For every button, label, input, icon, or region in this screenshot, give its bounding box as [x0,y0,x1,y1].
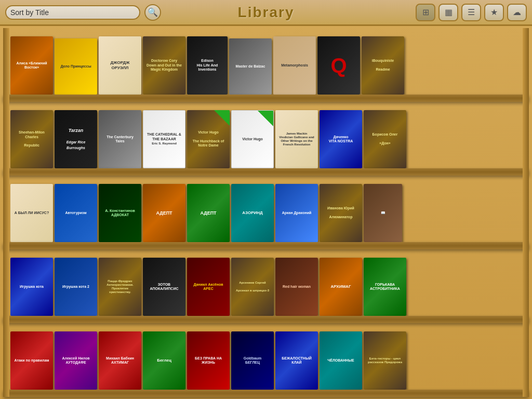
list-item[interactable]: Игрушка кота 2 [55,258,97,316]
shelf-right-wall-1 [523,28,529,102]
list-item[interactable]: Дело Принцессы [55,38,97,95]
shelf-left-wall-3 [3,176,9,249]
books-row-5: Атаки по правилам Алексей НиловАУТОДАФЕ … [3,323,529,390]
header: 🔍 Library ⊞ ▦ ☰ ★ ☁ [0,0,532,26]
list-item[interactable]: Автотуризм [55,184,97,242]
books-row-2: Sheehan-Milon CharlesRepublic TarzanEdga… [3,102,529,168]
list-item[interactable]: Алексей НиловАУТОДАФЕ [55,331,97,390]
list-item[interactable]: АДЕПТ [143,184,185,242]
search-button[interactable]: 🔍 [144,4,161,21]
list-item[interactable]: Red hair woman [275,258,318,316]
list-item[interactable]: БЕЖАЛОСТНЫЙ КЛАЙ [275,331,318,390]
list-item[interactable]: БЕЗ ПРАВА НА ЖИЗНЬ [187,331,230,390]
list-item[interactable]: Master de Balzac [229,38,272,95]
list-item[interactable]: Sheehan-Milon CharlesRepublic [10,110,53,168]
books-row-4: Игрушка кота Игрушка кота 2 Пацце-Фридри… [3,249,529,316]
list-item[interactable]: АДЕПТ [187,184,230,242]
list-item[interactable]: Аркан Драконий [275,184,318,242]
list-item[interactable]: TarzanEdgar Rice Burroughs [55,110,97,168]
list-view-button[interactable]: ☰ [461,4,481,21]
column-view-button[interactable]: ▦ [438,4,458,21]
shelf-2: Sheehan-Milon CharlesRepublic TarzanEdga… [3,102,529,176]
list-item[interactable]: Арсениев СергейАрсенал в шприцах-3 [231,258,274,316]
list-item[interactable]: Михаил БабкинАХТИМАГ [99,331,141,390]
list-item[interactable]: АЗОРИНД [231,184,274,242]
shelf-left-wall-5 [3,323,9,397]
search-icon: 🔍 [148,7,158,17]
list-item[interactable]: ГОРЬКАВААСТРОБИТНИКА [364,258,406,316]
list-item[interactable]: EdisonHis Life And Inventions [187,36,228,95]
list-item[interactable]: Q [317,36,360,95]
favorites-button[interactable]: ★ [484,4,504,21]
shelf-left-wall-4 [3,249,9,323]
shelf-right-wall-3 [523,176,529,249]
shelf-right-wall-2 [523,102,529,176]
shelf-1: Алиса «Ближний Восток» Дело Принцессы ДЖ… [3,28,529,102]
list-item[interactable]: iBouquinisteReadme [362,36,404,95]
list-item[interactable]: ЗОТОВАПОКАЛИПСИС [143,258,185,316]
list-item[interactable]: James MackinVindician Gallicano and Othe… [275,110,318,168]
bookshelf: Алиса «Ближний Восток» Дело Принцессы ДЖ… [0,26,532,399]
toolbar-right: ⊞ ▦ ☰ ★ ☁ [416,4,527,21]
list-item[interactable]: ЧЁЛОВАННЫЕ [320,331,362,390]
cloud-button[interactable]: ☁ [507,4,527,21]
list-item[interactable]: GoldbaumБЕГЛЕЦ [231,331,274,390]
list-item[interactable]: Беглец [143,331,185,390]
list-item[interactable]: THE CATHEDRAL & THE BAZAAREric S. Raymon… [143,110,185,168]
shelf-right-wall-5 [523,323,529,397]
sort-input-container [5,5,140,20]
sort-input[interactable] [10,8,114,17]
list-item[interactable]: А БЫЛ ЛИ ИИСУС? [10,184,53,242]
grid-view-button[interactable]: ⊞ [416,4,435,21]
list-item[interactable]: Игрушка кота [10,258,53,316]
page-title: Library [238,4,295,21]
shelf-3: А БЫЛ ЛИ ИИСУС? Автотуризм А. Константин… [3,176,529,249]
list-item[interactable]: Атаки по правилам [10,331,53,390]
books-row-1: Алиса «Ближний Восток» Дело Принцессы ДЖ… [3,28,529,95]
list-item[interactable]: Victor Hugo [231,110,274,168]
list-item[interactable]: Даниил АксёновАРЕС [187,258,230,316]
list-item[interactable]: Пацце-ФридрихАнтихристианам. Проклятие х… [99,258,141,316]
shelf-left-wall-2 [3,102,9,176]
shelf-left-wall-1 [3,28,9,102]
list-item[interactable]: Иванова ЮрийАлюминатор [320,184,362,242]
list-item[interactable]: А. КонстантиновАДВОКАТ [99,184,141,242]
list-item[interactable]: Metamorphosis [273,36,316,95]
shelf-5: Атаки по правилам Алексей НиловАУТОДАФЕ … [3,323,529,397]
list-item[interactable]: АРХИМАГ [320,258,362,316]
list-item[interactable]: Victor HugoThe Hunchback of Notre Dame [187,110,230,168]
list-item[interactable]: The Canterbury Tales [99,110,141,168]
list-item[interactable]: ДяченкоVITA NOSTRA [320,110,362,168]
list-item[interactable]: Борисов Олег«Дон» [364,110,406,168]
list-item[interactable]: Бета-тесторы - цикл рассказов Придорожа [364,331,406,390]
list-item[interactable]: Doctorow CoryDown and Out in the Magic K… [143,36,185,95]
shelf-4: Игрушка кота Игрушка кота 2 Пацце-Фридри… [3,249,529,323]
books-row-3: А БЫЛ ЛИ ИИСУС? Автотуризм А. Константин… [3,176,529,242]
list-item[interactable]: Алиса «Ближний Восток» [10,36,53,95]
shelf-right-wall-4 [523,249,529,323]
list-item[interactable]: 📖 [364,184,402,242]
list-item[interactable]: ДЖОРДЖ ОРУЭЛЛ [99,36,141,95]
